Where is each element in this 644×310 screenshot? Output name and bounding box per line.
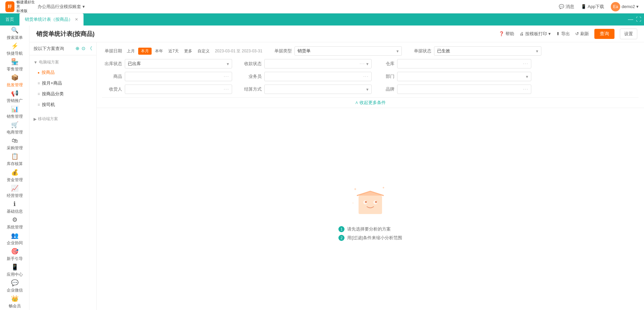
- messages-button[interactable]: 💬 消息: [559, 4, 574, 10]
- scheme-settings-button[interactable]: ⊙: [82, 46, 86, 52]
- scheme-item-month-goods[interactable]: ≡ 按月+商品: [30, 78, 96, 89]
- body-area: 按以下方案查询 ⊕ ⊙ 《 ▼ 电脑端方案 ● 按商品: [30, 42, 644, 310]
- svg-text:✦: ✦: [352, 202, 354, 205]
- user-chevron-icon: ▾: [636, 4, 639, 9]
- message-icon: 💬: [559, 4, 564, 9]
- brand-label: 品牌: [381, 86, 394, 92]
- nav-basic-info[interactable]: ℹ 基础信息: [0, 199, 29, 215]
- logo-text: 畅捷通好生意 标准版: [16, 0, 35, 13]
- nav-guide[interactable]: 🎯 新手引导: [0, 247, 29, 263]
- payment-dots-icon: ···: [360, 61, 365, 67]
- nav-collab[interactable]: 👥 企业协同: [0, 231, 29, 247]
- help-icon: ❓: [499, 31, 504, 36]
- tab-home[interactable]: 首页: [0, 13, 19, 25]
- help-button[interactable]: ❓ 帮助: [499, 31, 514, 37]
- sales-icon: 📊: [11, 105, 18, 113]
- warehouse-select[interactable]: ···: [397, 59, 531, 68]
- user-menu[interactable]: Ea demo2 ▾: [611, 2, 639, 11]
- nav-appstore[interactable]: 📱 应用中心: [0, 263, 29, 278]
- tab-close-icon[interactable]: ✕: [75, 17, 78, 22]
- empty-state-content: ✦ ✦ ✦ 1 请先选择要分析的方案 2: [338, 177, 402, 241]
- refresh-button[interactable]: ↺ 刷新: [575, 31, 589, 37]
- scheme-group-mobile-title: ▶ 移动端方案: [30, 114, 96, 124]
- nav-membership[interactable]: 👑 畅会员: [0, 294, 29, 310]
- date-custom[interactable]: 自定义: [196, 48, 212, 55]
- nav-inventory[interactable]: 📋 库存核算: [0, 152, 29, 168]
- scheme-item-driver[interactable]: ≡ 按司机: [30, 99, 96, 110]
- nav-operations[interactable]: 📈 经营管理: [0, 184, 29, 199]
- tab-sales-stat[interactable]: 销货单统计表（按商品） ✕: [19, 13, 84, 25]
- template-print-button[interactable]: 🖨 按模板打印 ▾: [520, 31, 551, 37]
- date-last-7[interactable]: 近7天: [166, 48, 181, 55]
- chevron-down-icon: ▾: [83, 4, 85, 9]
- operations-icon: 📈: [11, 185, 18, 192]
- staff-field[interactable]: ···: [264, 72, 372, 81]
- export-button[interactable]: ⬆ 导出: [556, 31, 570, 37]
- status-select[interactable]: 已生效 ▾: [434, 46, 541, 56]
- date-last-month[interactable]: 上月: [125, 48, 137, 55]
- export-icon: ⬆: [556, 31, 560, 36]
- nav-sales[interactable]: 📊 销售管理: [0, 105, 29, 120]
- right-panel: 单据日期 上月 本月 本年 近7天 更多 自定义 2023-03-01 至 20…: [97, 42, 644, 310]
- system-icon: ⚙: [12, 216, 17, 223]
- list-icon: ≡: [38, 92, 40, 96]
- nav-purchase[interactable]: 🛍 采购管理: [0, 136, 29, 152]
- collapse-button[interactable]: ∧ 收起更多条件: [355, 100, 386, 106]
- receiver-label: 收货人: [102, 86, 122, 92]
- scheme-add-button[interactable]: ⊕: [75, 46, 79, 52]
- refresh-icon: ↺: [575, 31, 579, 36]
- type-chevron-icon: ▾: [396, 49, 399, 54]
- nav-search[interactable]: 🔍 搜索菜单: [0, 25, 29, 41]
- scheme-collapse-button[interactable]: 《: [88, 46, 92, 52]
- empty-illustration: ✦ ✦ ✦: [348, 177, 392, 221]
- brand-dots-icon: ···: [523, 86, 528, 92]
- payment-select[interactable]: ··· ▾: [264, 59, 372, 68]
- svg-text:✦: ✦: [354, 187, 357, 192]
- wechat-icon: 💬: [11, 279, 18, 287]
- dept-chevron-icon: ▾: [526, 74, 528, 79]
- scheme-panel-header: 按以下方案查询 ⊕ ⊙ 《: [30, 42, 96, 55]
- nav-retail[interactable]: 🏪 零售管理: [0, 57, 29, 73]
- date-this-year[interactable]: 本年: [153, 48, 165, 55]
- app-download-button[interactable]: 📱 App下载: [581, 4, 604, 10]
- date-range-display: 2023-03-01 至 2023-03-31: [215, 48, 262, 54]
- wholesale-icon: 📦: [11, 74, 18, 81]
- nav-marketing[interactable]: 📢 营销推广: [0, 89, 29, 104]
- minimize-icon[interactable]: —: [628, 16, 633, 22]
- payment-method-field[interactable]: ▾: [264, 85, 372, 94]
- dept-label: 部门: [381, 73, 394, 80]
- stock-select[interactable]: 已出库 ▾: [125, 59, 232, 68]
- date-more[interactable]: 更多: [182, 48, 194, 55]
- search-nav-icon: 🔍: [11, 27, 18, 34]
- left-nav: 🔍 搜索菜单 ⚡ 快捷导航 🏪 零售管理 📦 批发管理 📢 营销推广 📊 销售管…: [0, 25, 30, 310]
- date-label: 单据日期: [102, 48, 122, 54]
- brand-field[interactable]: ···: [397, 85, 531, 94]
- retail-icon: 🏪: [11, 58, 18, 65]
- dept-field[interactable]: ▾: [397, 72, 531, 81]
- collab-icon: 👥: [11, 232, 18, 239]
- stock-chevron-icon: ▾: [227, 61, 229, 66]
- scheme-item-by-goods[interactable]: ● 按商品: [30, 67, 96, 78]
- settings-button[interactable]: 设置: [620, 29, 637, 39]
- industry-selector[interactable]: 办公用品行业模拟账套 ▾: [35, 4, 88, 10]
- nav-quick[interactable]: ⚡ 快捷导航: [0, 41, 29, 57]
- nav-wholesale[interactable]: 📦 批发管理: [0, 73, 29, 89]
- nav-wechat[interactable]: 💬 企业微信: [0, 278, 29, 294]
- scheme-item-goods-category[interactable]: ≡ 按商品分类: [30, 89, 96, 99]
- type-select[interactable]: 销货单 ▾: [294, 46, 402, 56]
- scheme-group-desktop-title: ▼ 电脑端方案: [30, 57, 96, 67]
- date-this-month[interactable]: 本月: [138, 48, 152, 55]
- nav-system[interactable]: ⚙ 系统管理: [0, 215, 29, 231]
- basic-info-icon: ℹ: [13, 200, 16, 208]
- print-icon: 🖨: [520, 31, 524, 36]
- query-button[interactable]: 查询: [594, 29, 614, 39]
- filter-row-1: 单据日期 上月 本月 本年 近7天 更多 自定义 2023-03-01 至 20…: [102, 46, 639, 56]
- payment-label: 收款状态: [241, 61, 262, 67]
- maximize-icon[interactable]: ⛶: [636, 16, 641, 22]
- receiver-field[interactable]: ···: [125, 85, 232, 94]
- goods-field[interactable]: ···: [125, 72, 232, 81]
- nav-finance[interactable]: 💰 资金管理: [0, 168, 29, 184]
- type-label: 单据类型: [272, 48, 292, 54]
- nav-ecommerce[interactable]: 🛒 电商管理: [0, 120, 29, 136]
- active-dot-icon: ●: [38, 71, 40, 74]
